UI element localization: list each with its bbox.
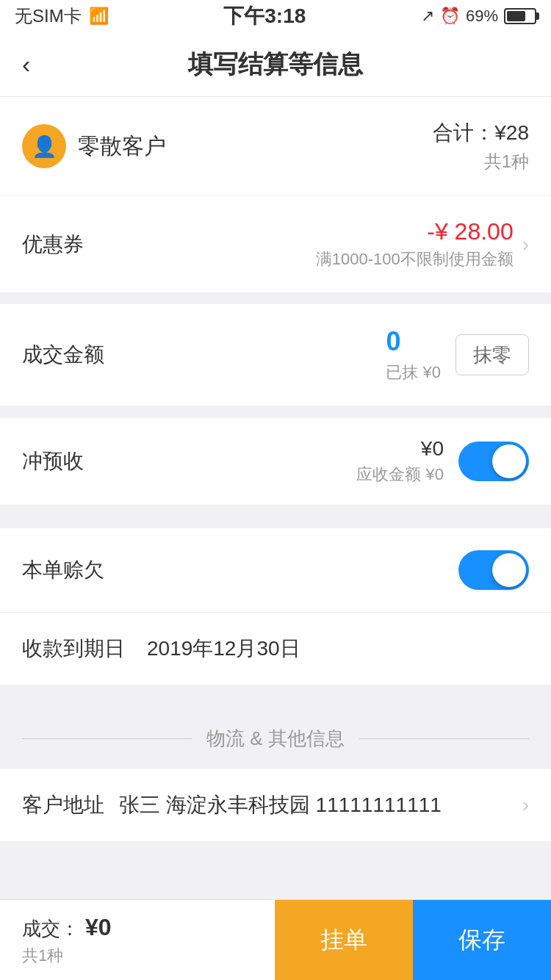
debt-label: 本单赊欠 (22, 556, 104, 584)
debt-section: 本单赊欠 收款到期日 2019年12月30日 (0, 528, 551, 685)
coupon-desc: 满1000-100不限制使用金额 (316, 248, 514, 270)
prepaid-sub-amount: 应收金额 ¥0 (356, 464, 444, 486)
wifi-icon: 📶 (89, 7, 109, 26)
logistics-line-right (359, 738, 529, 739)
logistics-line-left (22, 738, 192, 739)
page-title: 填写结算等信息 (188, 48, 363, 82)
deal-amount-content: 0 已抹 ¥0 (386, 326, 441, 383)
prepaid-right: ¥0 应收金额 ¥0 (356, 437, 529, 486)
customer-right: 合计：¥28 共1种 (433, 119, 529, 173)
address-chevron-icon: › (522, 793, 529, 817)
coupon-label: 优惠券 (22, 231, 84, 259)
save-button[interactable]: 保存 (413, 900, 551, 980)
due-date-row: 收款到期日 2019年12月30日 (22, 635, 529, 663)
avatar-icon: 👤 (32, 134, 57, 159)
content: 👤 零散客户 合计：¥28 共1种 优惠券 -¥ 28.00 满1000-100… (0, 97, 551, 941)
alarm-icon: ⏰ (440, 7, 460, 26)
toggle-knob (492, 444, 526, 478)
logistics-header: 物流 & 其他信息 (0, 708, 551, 769)
section-divider-2 (0, 696, 551, 708)
prepaid-label: 冲预收 (22, 447, 84, 475)
prepaid-toggle[interactable] (458, 442, 529, 481)
customer-name: 零散客户 (78, 131, 166, 162)
coupon-amount: -¥ 28.00 (316, 218, 514, 245)
total-amount: 合计：¥28 (433, 119, 529, 147)
battery-icon (504, 8, 536, 24)
deal-amount-section: 成交金额 0 已抹 ¥0 抹零 (0, 304, 551, 406)
bottom-buttons: 挂单 保存 (275, 900, 551, 980)
due-date-section: 收款到期日 2019年12月30日 (0, 612, 551, 685)
customer-avatar: 👤 (22, 124, 66, 168)
location-icon: ↗ (421, 7, 434, 26)
debt-row: 本单赊欠 (0, 528, 551, 612)
deal-amount-sub: 已抹 ¥0 (386, 361, 441, 383)
address-row[interactable]: 客户地址 张三 海淀永丰科技园 11111111111 › (0, 769, 551, 841)
due-date-label: 收款到期日 (22, 635, 125, 663)
nav-bar: ‹ 填写结算等信息 (0, 32, 551, 97)
coupon-chevron-icon: › (522, 233, 529, 256)
debt-toggle[interactable] (458, 550, 529, 590)
prepaid-main-amount: ¥0 (356, 437, 444, 461)
deal-amount-value: 0 (386, 326, 441, 357)
status-left: 无SIM卡 📶 (15, 4, 109, 28)
customer-left: 👤 零散客户 (22, 124, 166, 168)
deal-amount-right: 0 已抹 ¥0 抹零 (386, 326, 529, 383)
coupon-row[interactable]: 优惠券 -¥ 28.00 满1000-100不限制使用金额 › (0, 195, 551, 292)
bottom-deal-amount: ¥0 (85, 914, 112, 941)
status-bar: 无SIM卡 📶 下午3:18 ↗ ⏰ 69% (0, 0, 551, 32)
total-count: 共1种 (433, 150, 529, 173)
customer-row: 👤 零散客户 合计：¥28 共1种 (0, 97, 551, 195)
deal-amount-row: 成交金额 0 已抹 ¥0 抹零 (22, 304, 529, 406)
section-divider-1 (0, 516, 551, 528)
due-date-value: 2019年12月30日 (147, 635, 300, 663)
prepaid-amounts: ¥0 应收金额 ¥0 (356, 437, 444, 486)
status-right: ↗ ⏰ 69% (421, 7, 536, 26)
logistics-text: 物流 & 其他信息 (206, 726, 345, 752)
debt-toggle-knob (492, 553, 526, 587)
back-button[interactable]: ‹ (22, 50, 30, 79)
prepaid-section: 冲预收 ¥0 应收金额 ¥0 (0, 417, 551, 505)
coupon-content: -¥ 28.00 满1000-100不限制使用金额 (316, 218, 514, 270)
bottom-bar: 成交： ¥0 共1种 挂单 保存 (0, 899, 551, 980)
prepaid-row: 冲预收 ¥0 应收金额 ¥0 (0, 417, 551, 505)
network-label: 无SIM卡 (15, 4, 82, 28)
battery-percent: 69% (466, 7, 498, 26)
address-value: 张三 海淀永丰科技园 11111111111 (119, 791, 522, 819)
hang-button[interactable]: 挂单 (275, 900, 413, 980)
deal-amount-label: 成交金额 (22, 341, 104, 369)
customer-section: 👤 零散客户 合计：¥28 共1种 优惠券 -¥ 28.00 满1000-100… (0, 97, 551, 292)
bottom-deal-count: 共1种 (22, 945, 253, 967)
round-zero-button[interactable]: 抹零 (455, 334, 529, 375)
bottom-deal-label: 成交： (22, 916, 79, 942)
address-section: 客户地址 张三 海淀永丰科技园 11111111111 › (0, 769, 551, 841)
coupon-right: -¥ 28.00 满1000-100不限制使用金额 › (316, 218, 529, 270)
bottom-deal-row: 成交： ¥0 (22, 914, 253, 942)
status-time: 下午3:18 (223, 2, 306, 30)
address-label: 客户地址 (22, 791, 104, 819)
bottom-deal-info: 成交： ¥0 共1种 (0, 914, 275, 967)
